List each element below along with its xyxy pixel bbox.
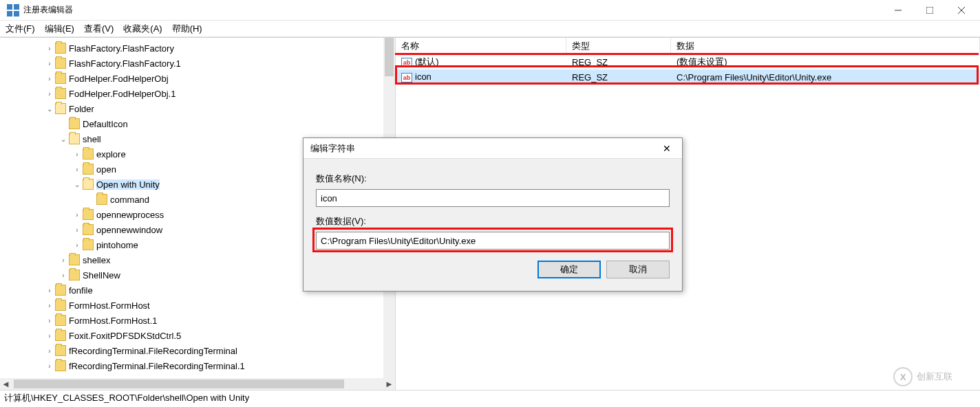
folder-icon (83, 209, 94, 220)
close-button[interactable] (946, 0, 977, 21)
expand-toggle-icon[interactable]: › (72, 226, 83, 234)
folder-icon (83, 148, 94, 160)
ok-button[interactable]: 确定 (537, 261, 601, 278)
tree-item-label: fRecordingTerminal.FileRecordingTerminal… (69, 361, 245, 371)
watermark: X 创新互联 (893, 364, 976, 389)
menu-bar: 文件(F) 编辑(E) 查看(V) 收藏夹(A) 帮助(H) (0, 21, 980, 37)
col-header-type[interactable]: 类型 (566, 38, 671, 54)
edit-string-dialog: 编辑字符串 ✕ 数值名称(N): 数值数据(V): 确定 取消 (303, 138, 683, 292)
folder-icon (83, 179, 94, 190)
expand-toggle-icon[interactable]: › (44, 75, 55, 82)
scroll-right-arrow-icon[interactable]: ► (383, 378, 395, 390)
expand-toggle-icon[interactable]: › (44, 90, 55, 98)
tree-item[interactable]: ›fRecordingTerminal.FileRecordingTermina… (0, 358, 395, 373)
expand-toggle-icon[interactable]: › (44, 45, 55, 52)
tree-item[interactable]: ›FodHelper.FodHelperObj.1 (0, 86, 395, 101)
tree-item-label: fonfile (69, 285, 93, 296)
maximize-button[interactable] (914, 0, 946, 21)
value-data: (数值未设置) (671, 56, 980, 68)
expand-toggle-icon[interactable]: › (44, 287, 55, 294)
status-bar: 计算机\HKEY_CLASSES_ROOT\Folder\shell\Open … (0, 390, 980, 406)
tree-item[interactable]: ›fRecordingTerminal.FileRecordingTermina… (0, 343, 395, 358)
folder-icon (55, 103, 66, 114)
tree-item[interactable]: ›Foxit.FoxitPDFSDKStdCtrl.5 (0, 328, 395, 343)
tree-item[interactable]: ⌄Folder (0, 101, 395, 116)
dialog-body: 数值名称(N): 数值数据(V): 确定 取消 (303, 159, 682, 291)
tree-item-label: Open with Unity (96, 179, 160, 190)
expand-toggle-icon[interactable]: › (72, 241, 83, 249)
tree-item-label: pintohome (96, 240, 138, 250)
tree-item-label: opennewwindow (96, 225, 162, 235)
expand-toggle-icon[interactable]: ⌄ (72, 181, 83, 188)
expand-toggle-icon[interactable]: › (58, 256, 69, 264)
col-header-data[interactable]: 数据 (671, 38, 980, 54)
expand-toggle-icon[interactable]: › (72, 151, 83, 158)
tree-item-label: DefaultIcon (83, 119, 128, 129)
dialog-buttons: 确定 取消 (316, 261, 670, 278)
expand-toggle-icon[interactable]: › (72, 166, 83, 173)
value-data: C:\Program Files\Unity\Editor\Unity.exe (671, 72, 980, 82)
expand-toggle-icon[interactable]: › (44, 332, 55, 340)
expand-toggle-icon[interactable]: › (72, 211, 83, 219)
window-controls (882, 0, 977, 21)
tree-item[interactable]: DefaultIcon (0, 116, 395, 131)
value-data-field[interactable] (316, 232, 670, 250)
values-list[interactable]: ab(默认)REG_SZ(数值未设置)abiconREG_SZC:\Progra… (396, 54, 980, 85)
tree-item-label: command (110, 195, 149, 205)
folder-icon (83, 224, 94, 235)
expand-toggle-icon[interactable]: › (44, 317, 55, 324)
value-name: (默认) (415, 56, 439, 67)
dialog-title-bar[interactable]: 编辑字符串 ✕ (303, 138, 682, 159)
tree-item-label: Folder (69, 104, 94, 114)
tree-item[interactable]: ›FormHost.FormHost.1 (0, 313, 395, 328)
menu-help[interactable]: 帮助(H) (172, 23, 202, 35)
tree-item[interactable]: ›FodHelper.FodHelperObj (0, 71, 395, 86)
list-row[interactable]: ab(默认)REG_SZ(数值未设置) (396, 54, 980, 69)
tree-item-label: open (96, 164, 116, 175)
minimize-button[interactable] (882, 0, 914, 21)
dialog-close-icon[interactable]: ✕ (659, 143, 675, 154)
folder-icon (55, 43, 66, 54)
string-value-icon: ab (401, 73, 412, 82)
svg-rect-2 (7, 11, 12, 16)
tree-item-label: FlashFactory.FlashFactory.1 (69, 58, 181, 69)
status-path: 计算机\HKEY_CLASSES_ROOT\Folder\shell\Open … (4, 393, 249, 403)
col-header-name[interactable]: 名称 (396, 38, 566, 54)
tree-item-label: explore (96, 149, 126, 160)
folder-icon (55, 330, 66, 341)
scrollbar-thumb[interactable] (14, 380, 344, 388)
svg-rect-5 (926, 7, 933, 14)
tree-item-label: FormHost.FormHost (69, 300, 150, 311)
value-name-field[interactable] (316, 189, 670, 207)
tree-item-label: fRecordingTerminal.FileRecordingTerminal (69, 346, 237, 356)
expand-toggle-icon[interactable]: › (44, 60, 55, 67)
string-value-icon: ab (401, 58, 412, 67)
value-name-label: 数值名称(N): (316, 173, 670, 185)
menu-favorites[interactable]: 收藏夹(A) (123, 23, 162, 35)
expand-toggle-icon[interactable]: › (44, 362, 55, 370)
tree-item[interactable]: ›FlashFactory.FlashFactory (0, 41, 395, 56)
tree-horizontal-scrollbar[interactable]: ◄ ► (0, 378, 395, 390)
folder-icon (55, 73, 66, 84)
tree-item[interactable]: ›FlashFactory.FlashFactory.1 (0, 56, 395, 71)
expand-toggle-icon[interactable]: ⌄ (58, 135, 69, 143)
title-bar: 注册表编辑器 (0, 0, 980, 21)
scroll-left-arrow-icon[interactable]: ◄ (0, 378, 12, 390)
menu-edit[interactable]: 编辑(E) (45, 23, 74, 35)
list-row[interactable]: abiconREG_SZC:\Program Files\Unity\Edito… (396, 69, 980, 85)
expand-toggle-icon[interactable]: › (44, 302, 55, 309)
cancel-button[interactable]: 取消 (606, 261, 670, 278)
tree-item-label: ShellNew (83, 270, 120, 280)
svg-rect-3 (14, 11, 19, 16)
scrollbar-thumb[interactable] (385, 38, 394, 76)
menu-file[interactable]: 文件(F) (6, 23, 35, 35)
expand-toggle-icon[interactable]: › (44, 347, 55, 355)
expand-toggle-icon[interactable]: › (58, 272, 69, 279)
menu-view[interactable]: 查看(V) (84, 23, 114, 35)
expand-toggle-icon[interactable]: ⌄ (44, 105, 55, 113)
tree-item-label: FodHelper.FodHelperObj (69, 74, 169, 84)
tree-item-label: shellex (83, 255, 110, 265)
tree-item[interactable]: ›FormHost.FormHost (0, 298, 395, 313)
folder-icon (55, 88, 66, 99)
folder-icon (69, 133, 80, 144)
